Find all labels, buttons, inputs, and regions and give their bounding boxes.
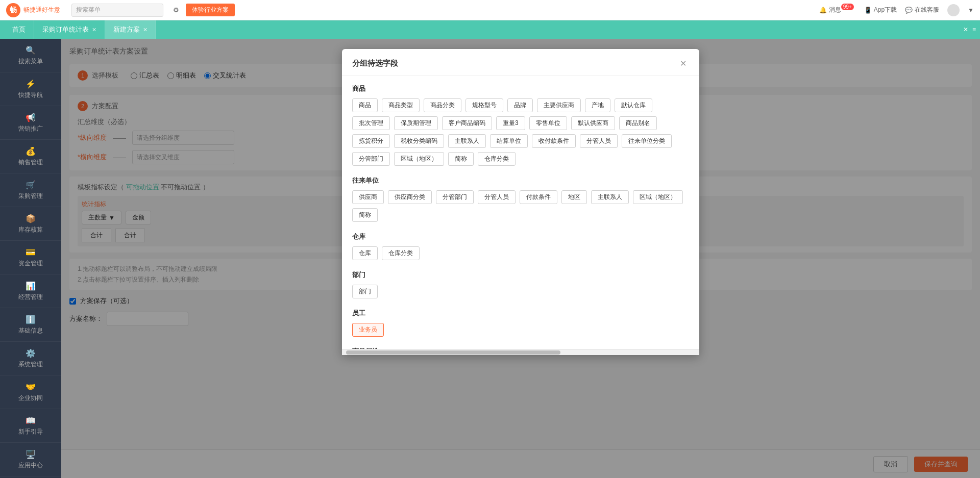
field-tag-partner-region[interactable]: 区域（地区）	[633, 190, 683, 204]
field-tag-warehouse-cat[interactable]: 仓库分类	[382, 246, 420, 260]
marketing-icon: 📢	[26, 112, 36, 122]
top-right: 🔔 消息 99+ 📱 App下载 💬 在线客服 ▼	[819, 4, 974, 16]
field-tag-brand[interactable]: 品牌	[507, 98, 533, 112]
search-input[interactable]: 搜索菜单	[71, 4, 163, 17]
section-warehouse-title: 仓库	[352, 232, 689, 241]
sidebar-item-purchase-label: 采购管理	[18, 192, 43, 200]
field-tag-main-contact[interactable]: 主联系人	[448, 134, 486, 148]
sidebar-item-basic-info-label: 基础信息	[18, 326, 43, 335]
field-tag-pick-points[interactable]: 拣货积分	[352, 134, 390, 148]
sidebar-item-purchase[interactable]: 🛒 采购管理	[0, 173, 61, 207]
sidebar-item-inventory-label: 库存核算	[18, 225, 43, 234]
field-tag-partner-manager[interactable]: 分管人员	[478, 190, 516, 204]
section-partner-tags: 供应商 供应商分类 分管部门 分管人员 付款条件 地区 主联系人 区域（地区） …	[352, 190, 689, 222]
field-tag-partner-category[interactable]: 往来单位分类	[622, 134, 672, 148]
tab-purchase-stats-close[interactable]: ✕	[92, 27, 96, 33]
sidebar-item-operations[interactable]: 📊 经营管理	[0, 274, 61, 308]
field-tag-settlement-unit[interactable]: 结算单位	[490, 134, 528, 148]
field-tag-expiry-mgmt[interactable]: 保质期管理	[394, 116, 438, 130]
content-area: 采购订单统计表方案设置 1 选择模板 汇总表 明细表 交叉统计表	[61, 39, 980, 478]
purchase-icon: 🛒	[26, 180, 36, 190]
sidebar-item-system-label: 系统管理	[18, 360, 43, 369]
system-icon: ⚙️	[26, 348, 36, 358]
experience-button[interactable]: 体验行业方案	[186, 4, 235, 16]
sidebar-item-search[interactable]: 🔍 搜索菜单	[0, 39, 61, 72]
field-tag-payment-terms[interactable]: 收付款条件	[532, 134, 576, 148]
field-tag-manager[interactable]: 分管人员	[580, 134, 618, 148]
search-icon: 🔍	[26, 45, 36, 55]
field-tag-dept[interactable]: 分管部门	[352, 152, 390, 166]
notification-badge: 99+	[841, 4, 854, 10]
online-service[interactable]: 💬 在线客服	[905, 6, 939, 14]
field-tag-warehouse-category[interactable]: 仓库分类	[478, 152, 516, 166]
tab-new-plan-close[interactable]: ✕	[143, 27, 148, 33]
main-layout: 🔍 搜索菜单 ⚡ 快捷导航 📢 营销推广 💰 销售管理 🛒 采购管理 📦 库存核…	[0, 39, 980, 478]
field-tag-product-alias[interactable]: 商品别名	[619, 116, 657, 130]
tab-purchase-stats-label: 采购订单统计表	[42, 25, 89, 34]
field-tag-main-supplier[interactable]: 主要供应商	[537, 98, 581, 112]
close-all-icon[interactable]: ✕	[963, 26, 968, 33]
sidebar-item-shortcut[interactable]: ⚡ 快捷导航	[0, 72, 61, 106]
bell-icon: 🔔	[819, 7, 827, 14]
field-tag-region[interactable]: 区域（地区）	[394, 152, 444, 166]
app-center-icon: 🖥️	[26, 449, 36, 459]
field-tag-product[interactable]: 商品	[352, 98, 378, 112]
section-department-tags: 部门	[352, 285, 689, 298]
field-tag-customer-code[interactable]: 客户商品编码	[442, 116, 492, 130]
sidebar-item-cooperation[interactable]: 🤝 企业协同	[0, 375, 61, 409]
field-tag-default-supplier[interactable]: 默认供应商	[571, 116, 615, 130]
sidebar-item-finance[interactable]: 💳 资金管理	[0, 241, 61, 274]
tab-home[interactable]: 首页	[4, 20, 34, 39]
dialog-body[interactable]: 商品 商品 商品类型 商品分类 规格型号 品牌 主要供应商 产地 默认仓库 批次…	[342, 76, 699, 349]
dialog-title: 分组待选字段	[352, 59, 398, 68]
dialog-hscroll[interactable]	[342, 349, 699, 355]
field-tag-weight3[interactable]: 重量3	[496, 116, 525, 130]
sidebar-item-inventory[interactable]: 📦 库存核算	[0, 207, 61, 241]
field-tag-area[interactable]: 地区	[561, 190, 587, 204]
notification-area[interactable]: 🔔 消息 99+	[819, 6, 856, 14]
field-tag-supplier[interactable]: 供应商	[352, 190, 384, 204]
sidebar-item-marketing[interactable]: 📢 营销推广	[0, 106, 61, 140]
field-tag-short-name[interactable]: 简称	[448, 152, 474, 166]
field-tag-spec-model[interactable]: 规格型号	[465, 98, 503, 112]
app-download[interactable]: 📱 App下载	[864, 6, 897, 14]
field-tag-tax-code[interactable]: 税收分类编码	[394, 134, 444, 148]
field-tag-product-category[interactable]: 商品分类	[424, 98, 461, 112]
top-actions: ⚙ 体验行业方案	[169, 4, 235, 17]
sidebar-item-sales[interactable]: 💰 销售管理	[0, 140, 61, 173]
logo-text: 畅捷通好生意	[23, 6, 60, 13]
field-tag-salesperson[interactable]: 业务员	[352, 323, 384, 337]
sidebar-item-guide[interactable]: 📖 新手引导	[0, 409, 61, 443]
tabs-menu-icon[interactable]: ≡	[972, 26, 976, 33]
top-bar: 畅 畅捷通好生意 搜索菜单 ⚙ 体验行业方案 🔔 消息 99+ 📱 App下载 …	[0, 0, 980, 20]
field-tag-partner-main-contact[interactable]: 主联系人	[591, 190, 629, 204]
field-tag-product-type[interactable]: 商品类型	[382, 98, 420, 112]
section-partner-title: 往来单位	[352, 176, 689, 185]
field-tag-default-warehouse[interactable]: 默认仓库	[615, 98, 652, 112]
field-tag-partner-short[interactable]: 简称	[352, 208, 378, 222]
section-product: 商品 商品 商品类型 商品分类 规格型号 品牌 主要供应商 产地 默认仓库 批次…	[352, 84, 689, 166]
sidebar-item-basic-info[interactable]: ℹ️ 基础信息	[0, 308, 61, 342]
section-warehouse-tags: 仓库 仓库分类	[352, 246, 689, 260]
account-dropdown[interactable]: ▼	[968, 7, 974, 14]
field-tag-supplier-category[interactable]: 供应商分类	[388, 190, 432, 204]
field-tag-pay-terms[interactable]: 付款条件	[520, 190, 557, 204]
sidebar-item-app-center[interactable]: 🖥️ 应用中心	[0, 443, 61, 476]
field-tag-retail-unit[interactable]: 零售单位	[529, 116, 567, 130]
dialog-close-button[interactable]: ✕	[677, 57, 689, 69]
field-tag-batch-mgmt[interactable]: 批次管理	[352, 116, 390, 130]
field-tag-warehouse[interactable]: 仓库	[352, 246, 378, 260]
gear-icon[interactable]: ⚙	[169, 4, 183, 17]
inventory-icon: 📦	[26, 213, 36, 223]
sidebar-item-cooperation-label: 企业协同	[18, 394, 43, 402]
field-tag-partner-dept[interactable]: 分管部门	[436, 190, 474, 204]
tab-new-plan[interactable]: 新建方案 ✕	[105, 20, 156, 39]
tab-purchase-stats[interactable]: 采购订单统计表 ✕	[34, 20, 105, 39]
cooperation-icon: 🤝	[26, 382, 36, 392]
field-tag-department[interactable]: 部门	[352, 285, 378, 298]
section-product-title: 商品	[352, 84, 689, 93]
avatar[interactable]	[947, 4, 960, 16]
sidebar-item-system[interactable]: ⚙️ 系统管理	[0, 342, 61, 375]
field-tag-origin[interactable]: 产地	[585, 98, 610, 112]
section-partner: 往来单位 供应商 供应商分类 分管部门 分管人员 付款条件 地区 主联系人 区域…	[352, 176, 689, 222]
